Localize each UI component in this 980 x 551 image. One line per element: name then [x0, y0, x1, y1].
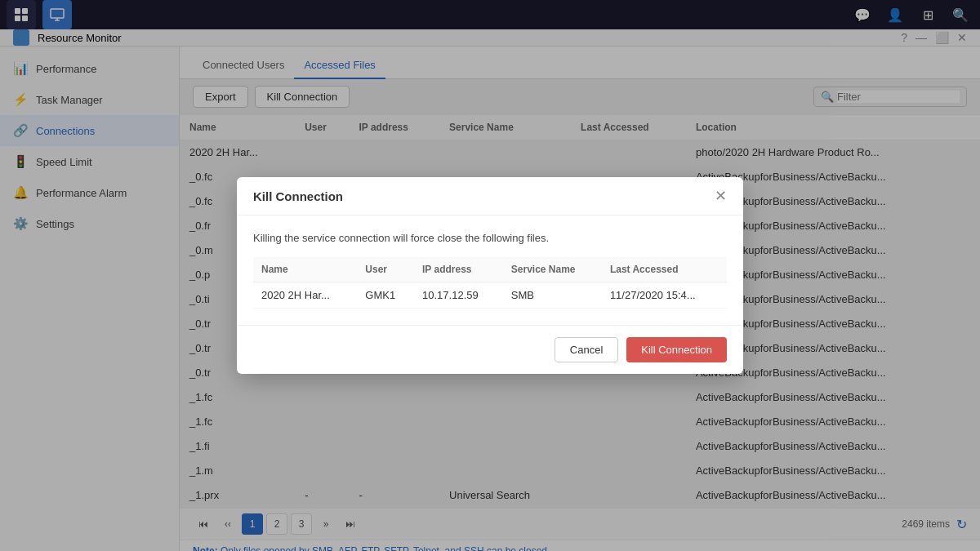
modal-row-service: SMB [503, 282, 602, 309]
table-row: 2020 2H Har... GMK1 10.17.12.59 SMB 11/2… [253, 282, 727, 309]
modal-col-ip: IP address [414, 257, 503, 282]
modal-title: Kill Connection [253, 189, 343, 203]
kill-connection-modal: Kill Connection ✕ Killing the service co… [237, 177, 743, 374]
modal-row-name: 2020 2H Har... [253, 282, 357, 309]
modal-header: Kill Connection ✕ [237, 177, 743, 216]
modal-row-user: GMK1 [357, 282, 414, 309]
modal-col-service: Service Name [503, 257, 602, 282]
modal-footer: Cancel Kill Connection [237, 325, 743, 374]
modal-col-user: User [357, 257, 414, 282]
modal-row-last-accessed: 11/27/2020 15:4... [602, 282, 727, 309]
modal-col-name: Name [253, 257, 357, 282]
modal-kill-button[interactable]: Kill Connection [626, 337, 727, 362]
modal-files-table: Name User IP address Service Name Last A… [253, 257, 727, 309]
modal-body: Killing the service connection will forc… [237, 216, 743, 325]
modal-cancel-button[interactable]: Cancel [555, 337, 618, 362]
modal-col-last-accessed: Last Accessed [602, 257, 727, 282]
modal-description: Killing the service connection will forc… [253, 232, 727, 244]
modal-row-ip: 10.17.12.59 [414, 282, 503, 309]
modal-overlay: Kill Connection ✕ Killing the service co… [0, 0, 980, 551]
modal-close-button[interactable]: ✕ [715, 189, 727, 203]
